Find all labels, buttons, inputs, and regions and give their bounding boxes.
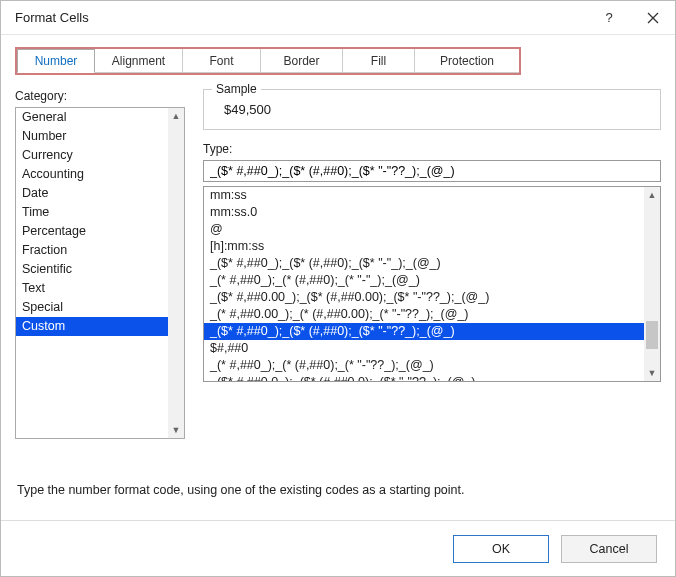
type-input[interactable] — [203, 160, 661, 182]
type-item[interactable]: _($* #,##0.00_);_($* (#,##0.00);_($* "-"… — [204, 289, 644, 306]
scroll-down-icon[interactable]: ▼ — [168, 422, 184, 438]
help-button[interactable]: ? — [587, 1, 631, 35]
hint-text: Type the number format code, using one o… — [15, 483, 661, 497]
tab-font[interactable]: Font — [183, 49, 261, 73]
type-item[interactable]: mm:ss — [204, 187, 644, 204]
scroll-up-icon[interactable]: ▲ — [168, 108, 184, 124]
body-area: Category: General Number Currency Accoun… — [15, 89, 661, 439]
category-item[interactable]: Currency — [16, 146, 168, 165]
cancel-button[interactable]: Cancel — [561, 535, 657, 563]
close-icon — [647, 12, 659, 24]
dialog-footer: OK Cancel — [1, 520, 675, 576]
sample-group: Sample $49,500 — [203, 89, 661, 130]
format-cells-dialog: Format Cells ? Number Alignment Font Bor… — [0, 0, 676, 577]
category-item[interactable]: General — [16, 108, 168, 127]
category-item[interactable]: Fraction — [16, 241, 168, 260]
type-scrollbar[interactable]: ▲ ▼ — [644, 187, 660, 381]
right-panel: Sample $49,500 Type: mm:ss mm:ss.0 @ [h]… — [203, 89, 661, 439]
tab-strip: Number Alignment Font Border Fill Protec… — [15, 47, 521, 75]
tab-border[interactable]: Border — [261, 49, 343, 73]
category-item[interactable]: Scientific — [16, 260, 168, 279]
tab-number[interactable]: Number — [17, 49, 95, 73]
dialog-content: Number Alignment Font Border Fill Protec… — [1, 35, 675, 520]
type-item[interactable]: _($* #,##0_);_($* (#,##0);_($* "-"??_);_… — [204, 323, 644, 340]
type-item[interactable]: _($* #,##0.0_);_($* (#,##0.0);_($* "-"??… — [204, 374, 644, 381]
category-item[interactable]: Accounting — [16, 165, 168, 184]
ok-button[interactable]: OK — [453, 535, 549, 563]
tab-fill[interactable]: Fill — [343, 49, 415, 73]
type-label: Type: — [203, 142, 661, 156]
sample-value: $49,500 — [214, 94, 650, 117]
category-listbox[interactable]: General Number Currency Accounting Date … — [15, 107, 185, 439]
type-item[interactable]: _($* #,##0_);_($* (#,##0);_($* "-"_);_(@… — [204, 255, 644, 272]
category-panel: Category: General Number Currency Accoun… — [15, 89, 185, 439]
tab-alignment[interactable]: Alignment — [95, 49, 183, 73]
type-listbox[interactable]: mm:ss mm:ss.0 @ [h]:mm:ss _($* #,##0_);_… — [203, 186, 661, 382]
scroll-track[interactable] — [644, 203, 660, 365]
type-item[interactable]: @ — [204, 221, 644, 238]
scroll-thumb[interactable] — [646, 321, 658, 349]
window-title: Format Cells — [15, 10, 587, 25]
category-item[interactable]: Date — [16, 184, 168, 203]
category-item[interactable]: Text — [16, 279, 168, 298]
type-item[interactable]: _(* #,##0_);_(* (#,##0);_(* "-"_);_(@_) — [204, 272, 644, 289]
scroll-track[interactable] — [168, 124, 184, 422]
type-item[interactable]: mm:ss.0 — [204, 204, 644, 221]
tab-protection[interactable]: Protection — [415, 49, 519, 73]
sample-label: Sample — [212, 82, 261, 96]
category-item[interactable]: Time — [16, 203, 168, 222]
type-item[interactable]: _(* #,##0.00_);_(* (#,##0.00);_(* "-"??_… — [204, 306, 644, 323]
scroll-up-icon[interactable]: ▲ — [644, 187, 660, 203]
type-item[interactable]: $#,##0 — [204, 340, 644, 357]
category-label: Category: — [15, 89, 185, 103]
category-item[interactable]: Percentage — [16, 222, 168, 241]
category-item[interactable]: Special — [16, 298, 168, 317]
scroll-down-icon[interactable]: ▼ — [644, 365, 660, 381]
category-item[interactable]: Number — [16, 127, 168, 146]
type-item[interactable]: [h]:mm:ss — [204, 238, 644, 255]
titlebar: Format Cells ? — [1, 1, 675, 35]
category-scrollbar[interactable]: ▲ ▼ — [168, 108, 184, 438]
type-item[interactable]: _(* #,##0_);_(* (#,##0);_(* "-"??_);_(@_… — [204, 357, 644, 374]
category-item[interactable]: Custom — [16, 317, 168, 336]
close-button[interactable] — [631, 1, 675, 35]
